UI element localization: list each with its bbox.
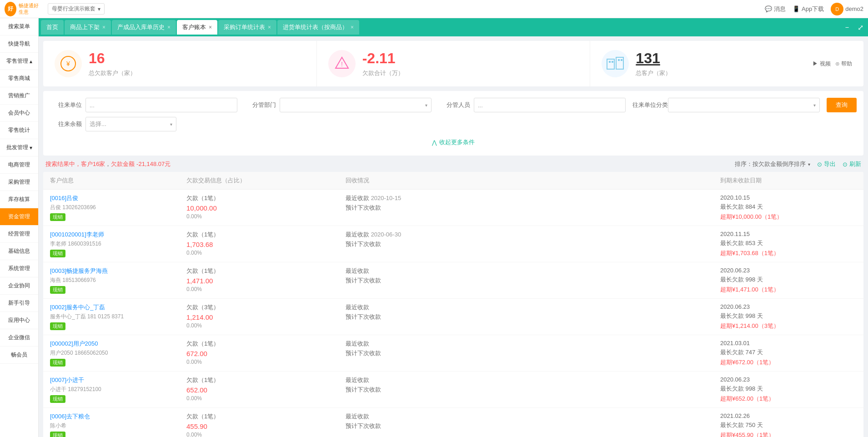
message-btn[interactable]: 💬 消息: [765, 5, 786, 13]
sidebar-item-retail-mgmt[interactable]: 零售管理 ▴: [0, 53, 38, 70]
user-profile[interactable]: D demo2: [831, 3, 863, 15]
due-date-5: 2020.06.23: [720, 376, 857, 383]
app-download-btn[interactable]: 📱 App下载: [793, 5, 824, 13]
svg-text:!: !: [341, 60, 343, 68]
filter-label-dept: 分管部门: [244, 101, 276, 109]
stat-label-1: 总欠款客户（家）: [89, 69, 305, 77]
tab-customer-account[interactable]: 客户账本 ×: [177, 20, 217, 35]
collection-next-6: 预计下次收款: [346, 422, 720, 430]
search-button[interactable]: 查询: [827, 98, 857, 112]
chevron-up-icon: ▴: [30, 58, 32, 65]
filter-select-balance[interactable]: 选择... ▾: [85, 117, 176, 131]
collection-cell-4: 最近收款 预计下次收款: [346, 340, 720, 359]
overdue-link-3[interactable]: 超期¥1,214.00（3笔）: [720, 322, 857, 330]
chevron-up-icon-collapse: ⋀: [432, 139, 437, 146]
tab-product-shelf[interactable]: 商品上下架 ×: [65, 20, 111, 35]
debt-cell-0: 欠款（1笔） 10,000.00 0.00%: [186, 194, 346, 220]
sidebar-item-ecommerce[interactable]: 电商管理: [0, 156, 38, 174]
app-download-label: App下载: [802, 5, 824, 13]
sidebar-item-capital-mgmt[interactable]: 资金管理: [0, 208, 38, 226]
message-icon: 💬: [765, 5, 772, 12]
debt-count-5: 欠款（1笔）: [186, 376, 346, 384]
sidebar-item-system-mgmt[interactable]: 系统管理: [0, 260, 38, 277]
tab-product-history[interactable]: 产成品入库单历史 ×: [112, 20, 176, 35]
debt-count-2: 欠款（1笔）: [186, 267, 346, 275]
tab-home[interactable]: 首页: [41, 20, 64, 35]
filter-input-unit[interactable]: ...: [85, 98, 237, 112]
sidebar-item-enterprise-wechat[interactable]: 企业微信: [0, 329, 38, 347]
customer-name-2[interactable]: [0003]畅捷服务尹海燕: [50, 267, 186, 275]
tab-purchase-order[interactable]: 采购订单统计表 ×: [218, 20, 276, 35]
tab-close-customer-account[interactable]: ×: [209, 24, 212, 30]
debt-count-0: 欠款（1笔）: [186, 194, 346, 202]
col-header-collection: 回收情况: [346, 176, 720, 185]
tab-close-inbound-stats[interactable]: ×: [351, 24, 354, 30]
filter-select-dept[interactable]: ▾: [280, 98, 431, 112]
overdue-link-5[interactable]: 超期¥652.00（1笔）: [720, 395, 857, 403]
video-btn[interactable]: ▶ 视频: [813, 60, 830, 68]
debt-cell-4: 欠款（1笔） 672.00 0.00%: [186, 340, 346, 365]
tab-minimize-btn[interactable]: －: [841, 23, 853, 32]
filter-area: 往来单位 ... 分管部门 ▾: [43, 91, 863, 156]
stats-row: ¥ 16 总欠款客户（家） !: [43, 41, 863, 86]
overdue-link-6[interactable]: 超期¥455.90（1笔）: [720, 431, 857, 437]
tab-inbound-stats[interactable]: 进货单统计表（按商品） ×: [277, 20, 359, 35]
sidebar-item-purchase-mgmt[interactable]: 采购管理: [0, 174, 38, 191]
stat-number-2: -2.11: [362, 50, 579, 67]
tab-close-purchase-order[interactable]: ×: [268, 24, 271, 30]
sidebar-item-retail-mall[interactable]: 零售商城: [0, 70, 38, 87]
overdue-link-4[interactable]: 超期¥672.00（1笔）: [720, 358, 857, 367]
collection-next-5: 预计下次收款: [346, 386, 720, 394]
sort-select[interactable]: 排序：按欠款金额倒序排序 ▾: [735, 160, 810, 168]
tab-maximize-btn[interactable]: ⤢: [855, 23, 866, 32]
sidebar-item-batch-mgmt[interactable]: 批发管理 ▾: [0, 139, 38, 156]
svg-rect-6: [609, 61, 611, 63]
customer-name-6[interactable]: [0006]去下粮仓: [50, 412, 186, 421]
customer-name-1[interactable]: [0001020001]李老师: [50, 231, 186, 239]
collapse-btn[interactable]: ⋀ 收起更多条件: [50, 136, 857, 149]
sidebar-item-marketing[interactable]: 营销推广: [0, 87, 38, 105]
sidebar-item-enterprise-collab[interactable]: 企业协同: [0, 277, 38, 295]
customer-info-1: 李老师 18600391516: [50, 240, 186, 248]
overdue-link-2[interactable]: 超期¥1,471.00（1笔）: [720, 286, 857, 294]
sidebar-item-member-center[interactable]: 会员中心: [0, 105, 38, 122]
debt-amount-6: 455.90: [186, 422, 346, 430]
sidebar-item-search-menu[interactable]: 搜索菜单: [0, 18, 38, 35]
customer-name-4[interactable]: [000002]用户2050: [50, 340, 186, 348]
sidebar-item-new-guide[interactable]: 新手引导: [0, 295, 38, 312]
filter-select-category[interactable]: ▾: [668, 98, 820, 112]
stat-icon-1: ¥: [55, 50, 82, 77]
svg-rect-7: [612, 61, 613, 63]
stat-info-3: 131 总客户（家）: [636, 50, 806, 77]
customer-name-0[interactable]: [0016]吕俊: [50, 194, 186, 202]
message-label: 消息: [774, 5, 786, 13]
sidebar-item-quick-nav[interactable]: 快捷导航: [0, 35, 38, 53]
sidebar-item-retail-stats[interactable]: 零售统计: [0, 122, 38, 139]
status-tag-0: 现销: [50, 213, 65, 221]
tab-close-product-shelf[interactable]: ×: [102, 24, 105, 30]
debt-cell-6: 欠款（1笔） 455.90 0.00%: [186, 412, 346, 437]
refresh-btn[interactable]: ⊙ 刷新: [843, 160, 861, 168]
customer-cell-4: [000002]用户2050 用户2050 18665062050 现销: [50, 340, 186, 367]
status-tag-1: 现销: [50, 250, 65, 257]
sidebar-item-basic-info[interactable]: 基础信息: [0, 243, 38, 260]
chevron-down-dept: ▾: [425, 103, 427, 108]
customer-name-3[interactable]: [0002]服务中心_丁磊: [50, 303, 186, 311]
overdue-link-0[interactable]: 超期¥10,000.00（1笔）: [720, 213, 857, 221]
store-selector[interactable]: 母婴行业演示账套 ▾: [48, 3, 105, 15]
filter-input-person[interactable]: ...: [474, 98, 626, 112]
help-btn[interactable]: ⊙ 帮助: [835, 60, 852, 68]
sidebar-item-inventory[interactable]: 库存核算: [0, 191, 38, 208]
table-row: [0001020001]李老师 李老师 18600391516 现销 欠款（1笔…: [43, 226, 863, 262]
sidebar-item-app-center[interactable]: 应用中心: [0, 312, 38, 329]
sidebar-item-enjoy-member[interactable]: 畅会员: [0, 347, 38, 364]
table-row: [0006]去下粮仓 陈小希 现销 欠款（1笔） 455.90 0.00% 最近…: [43, 408, 863, 437]
max-overdue-6: 最长欠款 750 天: [720, 421, 857, 429]
filter-item-person: 分管人员 ...: [438, 98, 626, 112]
export-btn[interactable]: ⊙ 导出: [817, 160, 836, 168]
overdue-link-1[interactable]: 超期¥1,703.68（1笔）: [720, 249, 857, 257]
collection-last-0: 最近收款 2020-10-15: [346, 194, 720, 202]
sidebar-item-operations[interactable]: 经营管理: [0, 226, 38, 243]
customer-name-5[interactable]: [0007]小进干: [50, 376, 186, 384]
tab-close-product-history[interactable]: ×: [167, 24, 171, 30]
